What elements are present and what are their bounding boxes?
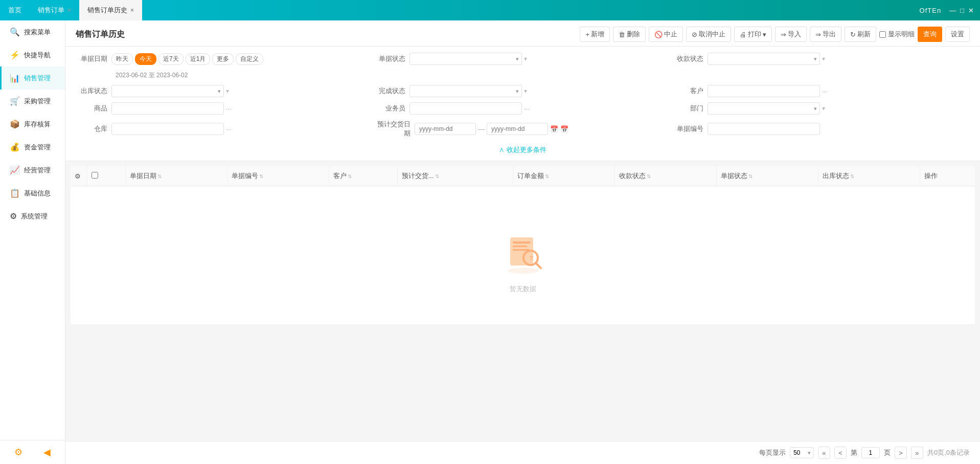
- warehouse-dots[interactable]: ···: [226, 125, 232, 133]
- last-page-icon: »: [915, 449, 919, 457]
- import-button[interactable]: ⇒ 导入: [775, 27, 807, 42]
- sort-icon-date: ⇅: [157, 173, 162, 179]
- tab-sales-order-history-close[interactable]: ×: [130, 7, 134, 14]
- operations-icon: 📈: [10, 165, 20, 175]
- receipt-status-select[interactable]: [708, 53, 820, 65]
- sidebar-item-system-label: 系统管理: [21, 212, 48, 221]
- window-maximize[interactable]: □: [960, 7, 964, 14]
- orderno-label: 单据编号: [672, 124, 708, 134]
- customer-dots[interactable]: ···: [822, 87, 828, 95]
- sidebar-item-purchase[interactable]: 🛒 采购管理: [0, 90, 65, 113]
- last-page-button[interactable]: »: [911, 447, 923, 459]
- th-checkbox-col: [87, 166, 126, 186]
- th-delivery[interactable]: 预计交货... ⇅: [397, 166, 513, 186]
- date-1month[interactable]: 近1月: [186, 53, 211, 65]
- date-today[interactable]: 今天: [135, 53, 156, 65]
- display-detail-input[interactable]: [879, 31, 886, 38]
- per-page-label: 每页显示: [759, 448, 786, 457]
- filter-row-2: 出库状态 ▾ 完成状态 ▾: [76, 85, 970, 97]
- settings-icon[interactable]: ⚙: [14, 447, 22, 458]
- prev-page-button[interactable]: <: [834, 447, 847, 459]
- sidebar-item-basic-info[interactable]: 📋 基础信息: [0, 182, 65, 205]
- th-date[interactable]: 单据日期 ⇅: [126, 166, 227, 186]
- cancel-stop-button[interactable]: ⊘ 取消中止: [686, 27, 731, 42]
- collapse-icon[interactable]: ◀: [43, 447, 51, 458]
- sidebar-item-operations[interactable]: 📈 经营管理: [0, 159, 65, 182]
- page-label: 第: [851, 448, 857, 457]
- tab-sales-order-label: 销售订单: [38, 6, 64, 15]
- tab-sales-order-history[interactable]: 销售订单历史 ×: [79, 0, 142, 20]
- display-detail-checkbox[interactable]: 显示明细: [879, 30, 915, 39]
- sidebar-item-quicknav[interactable]: ⚡ 快捷导航: [0, 43, 65, 67]
- sidebar-item-finance[interactable]: 💰 资金管理: [0, 136, 65, 159]
- page-number-input[interactable]: [861, 447, 880, 458]
- sidebar-item-system[interactable]: ⚙ 系统管理: [0, 205, 65, 228]
- delete-icon: 🗑: [619, 31, 625, 38]
- department-label: 部门: [672, 104, 708, 113]
- date-more[interactable]: 更多: [212, 53, 234, 65]
- bill-status-select[interactable]: [409, 53, 522, 65]
- warehouse-input[interactable]: [111, 123, 224, 135]
- svg-rect-4: [513, 249, 529, 251]
- inventory-icon: 📦: [10, 119, 20, 129]
- cancel-stop-icon: ⊘: [692, 31, 697, 38]
- product-input[interactable]: [111, 102, 224, 115]
- outbound-select[interactable]: [111, 85, 224, 97]
- stop-button[interactable]: 🚫 中止: [649, 27, 683, 42]
- date-custom[interactable]: 自定义: [236, 53, 263, 65]
- print-button[interactable]: 🖨 打印 ▾: [734, 27, 772, 42]
- tab-sales-order-close[interactable]: ×: [67, 7, 71, 14]
- sidebar-item-sales[interactable]: 📊 销售管理: [0, 67, 65, 90]
- sidebar-item-search[interactable]: 🔍 搜索菜单: [0, 20, 65, 43]
- salesman-input[interactable]: [409, 102, 522, 115]
- next-page-icon: >: [899, 449, 903, 457]
- th-bill-status[interactable]: 单据状态 ⇅: [717, 166, 818, 186]
- top-tabs: 首页 销售订单 × 销售订单历史 ×: [0, 0, 920, 20]
- content-area: 销售订单历史 + 新增 🗑 删除 🚫 中止 ⊘ 取消中止: [65, 20, 980, 464]
- salesman-dots[interactable]: ···: [524, 105, 530, 113]
- export-button[interactable]: ⇒ 导出: [810, 27, 841, 42]
- per-page-select[interactable]: 50 10 20 100: [790, 447, 814, 458]
- window-minimize[interactable]: —: [949, 7, 956, 14]
- delivery-label: 预计交货日期: [374, 120, 415, 138]
- settings-button[interactable]: 设置: [945, 27, 970, 42]
- date-yesterday[interactable]: 昨天: [111, 53, 133, 65]
- delete-button[interactable]: 🗑 删除: [613, 27, 646, 42]
- sort-icon-outbound: ⇅: [850, 173, 854, 179]
- orderno-input[interactable]: [708, 123, 820, 135]
- tab-sales-order[interactable]: 销售订单 ×: [30, 0, 79, 20]
- calendar-icon-start[interactable]: 📅: [550, 125, 558, 133]
- new-label: 新增: [591, 30, 604, 39]
- department-select[interactable]: [708, 102, 820, 115]
- filter-row-3: 商品 ··· 业务员 ··· 部门 ▾: [76, 102, 970, 115]
- th-receipt-status[interactable]: 收款状态 ⇅: [615, 166, 717, 186]
- delivery-date-end[interactable]: [487, 123, 548, 135]
- th-amount[interactable]: 订单金额 ⇅: [513, 166, 615, 186]
- completion-select[interactable]: [409, 85, 522, 97]
- refresh-button[interactable]: ↻ 刷新: [845, 27, 876, 42]
- window-close[interactable]: ✕: [968, 7, 974, 14]
- sidebar-item-sales-label: 销售管理: [24, 74, 51, 83]
- sort-icon-receipt: ⇅: [647, 173, 651, 179]
- new-button[interactable]: + 新增: [580, 27, 610, 42]
- th-customer[interactable]: 客户 ⇅: [329, 166, 398, 186]
- query-button[interactable]: 查询: [918, 27, 942, 42]
- th-gear[interactable]: ⚙: [71, 166, 87, 186]
- tab-home[interactable]: 首页: [0, 0, 30, 20]
- collapse-row[interactable]: ∧ 收起更多条件: [76, 143, 970, 154]
- sidebar-item-inventory[interactable]: 📦 库存核算: [0, 113, 65, 136]
- filter-completion-cell: 完成状态 ▾: [374, 85, 672, 97]
- next-page-button[interactable]: >: [895, 447, 907, 459]
- th-orderno[interactable]: 单据编号 ⇅: [227, 166, 329, 186]
- delivery-date-start[interactable]: [415, 123, 476, 135]
- product-dots[interactable]: ···: [226, 105, 232, 113]
- stop-label: 中止: [664, 30, 677, 39]
- calendar-icon-end[interactable]: 📅: [560, 125, 568, 133]
- first-page-button[interactable]: «: [818, 447, 830, 459]
- th-outbound-status[interactable]: 出库状态 ⇅: [818, 166, 920, 186]
- sort-icon-orderno: ⇅: [259, 173, 263, 179]
- date-7days[interactable]: 近7天: [158, 53, 184, 65]
- gear-icon[interactable]: ⚙: [75, 172, 81, 180]
- customer-input[interactable]: [708, 85, 820, 97]
- select-all-checkbox[interactable]: [92, 172, 98, 179]
